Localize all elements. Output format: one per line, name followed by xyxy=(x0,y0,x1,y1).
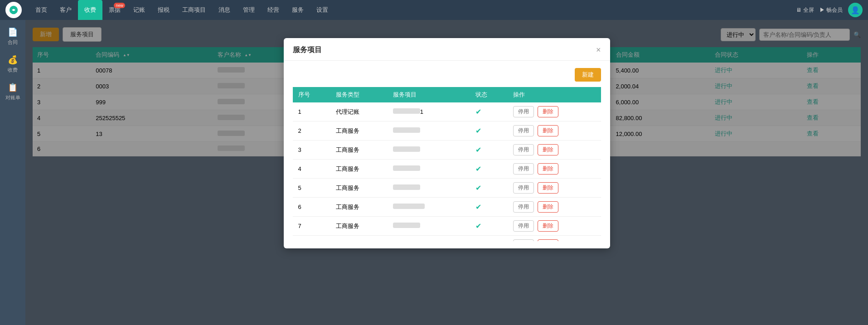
modal-table-row: 6 工商服务 ✔ 停用 删除 xyxy=(293,198,601,217)
modal-col-no: 序号 xyxy=(293,87,330,102)
sidebar-label-duizhang: 对账单 xyxy=(5,94,20,101)
app-logo xyxy=(5,2,22,18)
stop-btn[interactable]: 停用 xyxy=(513,220,534,232)
modal-cell-ops[interactable]: 停用 删除 xyxy=(508,179,601,198)
sidebar-item-shoufe[interactable]: 💰 收费 xyxy=(1,51,24,77)
modal-cell-type: 工商服务 xyxy=(330,217,388,236)
nav-manage[interactable]: 管理 xyxy=(237,0,261,20)
stop-btn[interactable]: 停用 xyxy=(513,239,534,241)
nav-baoshui[interactable]: 报税 xyxy=(151,0,176,20)
modal-cell-item xyxy=(388,217,470,236)
modal-cell-no: 8 xyxy=(293,236,330,242)
modal-cell-status: ✔ xyxy=(470,198,508,217)
sidebar-item-hetong[interactable]: 📄 合同 xyxy=(1,24,24,49)
modal-cell-type: 工商服务 xyxy=(330,236,388,242)
modal-cell-status: ✔ xyxy=(470,236,508,242)
modal-cell-item xyxy=(388,121,470,141)
modal-cell-type: 工商服务 xyxy=(330,121,388,141)
sidebar: 📄 合同 💰 收费 📋 对账单 xyxy=(0,20,25,325)
sidebar-label-hetong: 合同 xyxy=(8,39,18,46)
modal-col-type: 服务类型 xyxy=(330,87,388,102)
modal-cell-type: 工商服务 xyxy=(330,141,388,160)
modal-cell-status: ✔ xyxy=(470,141,508,160)
modal-col-op: 操作 xyxy=(508,87,601,102)
modal-cell-no: 2 xyxy=(293,121,330,141)
delete-btn[interactable]: 删除 xyxy=(538,182,558,194)
new-badge: new xyxy=(114,3,125,8)
modal-col-item: 服务项目 xyxy=(388,87,470,102)
modal-cell-ops[interactable]: 停用 删除 xyxy=(508,198,601,217)
content-area: 新增 服务项目 进行中 已完成 全部 🔍 序号 合同编码 ▲▼ 客户名称 ▲▼ … xyxy=(25,20,868,325)
modal-cell-type: 工商服务 xyxy=(330,160,388,179)
modal-table-wrap: 序号 服务类型 服务项目 状态 操作 1 代理记账 1 ✔ 停用 删 xyxy=(293,87,601,241)
modal-cell-ops[interactable]: 停用 删除 xyxy=(508,217,601,236)
vip-btn[interactable]: ▶ 畅会员 xyxy=(820,6,843,14)
modal-cell-type: 工商服务 xyxy=(330,179,388,198)
modal-cell-type: 工商服务 xyxy=(330,198,388,217)
modal-table-row: 3 工商服务 ✔ 停用 删除 xyxy=(293,141,601,160)
service-table: 序号 服务类型 服务项目 状态 操作 1 代理记账 1 ✔ 停用 删 xyxy=(293,87,601,241)
avatar[interactable]: 👤 xyxy=(848,3,863,17)
modal-new-btn[interactable]: 新建 xyxy=(575,68,601,82)
contract-icon: 📄 xyxy=(8,27,18,37)
delete-btn[interactable]: 删除 xyxy=(538,220,558,232)
modal-cell-ops[interactable]: 停用 删除 xyxy=(508,102,601,121)
stop-btn[interactable]: 停用 xyxy=(513,106,534,117)
stop-btn[interactable]: 停用 xyxy=(513,163,534,175)
modal-cell-item: 1 xyxy=(388,102,470,121)
modal-table-row: 1 代理记账 1 ✔ 停用 删除 xyxy=(293,102,601,121)
modal-cell-status: ✔ xyxy=(470,179,508,198)
nav-client[interactable]: 客户 xyxy=(53,0,78,20)
delete-btn[interactable]: 删除 xyxy=(538,201,558,213)
main-layout: 📄 合同 💰 收费 📋 对账单 新增 服务项目 进行中 已完成 全部 🔍 xyxy=(0,20,868,325)
modal-col-status: 状态 xyxy=(470,87,508,102)
nav-gongshang[interactable]: 工商项目 xyxy=(176,0,212,20)
delete-btn[interactable]: 删除 xyxy=(538,106,558,117)
statement-icon: 📋 xyxy=(8,82,18,92)
service-modal: 服务项目 × 新建 序号 服务类型 xyxy=(284,38,610,248)
modal-cell-no: 4 xyxy=(293,160,330,179)
delete-btn[interactable]: 删除 xyxy=(538,125,558,136)
nav-message[interactable]: 消息 xyxy=(212,0,237,20)
modal-cell-item xyxy=(388,141,470,160)
delete-btn[interactable]: 删除 xyxy=(538,239,558,241)
nav-shoufe[interactable]: 收费 xyxy=(78,0,102,20)
fullscreen-btn[interactable]: 🖥 全屏 xyxy=(796,6,814,14)
modal-table-row: 4 工商服务 ✔ 停用 删除 xyxy=(293,160,601,179)
stop-btn[interactable]: 停用 xyxy=(513,144,534,155)
nav-jizh[interactable]: 记账 xyxy=(127,0,151,20)
modal-cell-ops[interactable]: 停用 删除 xyxy=(508,160,601,179)
modal-cell-status: ✔ xyxy=(470,121,508,141)
modal-cell-ops[interactable]: 停用 删除 xyxy=(508,121,601,141)
modal-cell-item xyxy=(388,179,470,198)
right-actions: 🖥 全屏 ▶ 畅会员 👤 xyxy=(796,3,863,17)
modal-cell-status: ✔ xyxy=(470,102,508,121)
modal-title: 服务项目 xyxy=(293,45,322,55)
modal-cell-ops[interactable]: 停用 删除 xyxy=(508,236,601,242)
sidebar-label-shoufe: 收费 xyxy=(8,67,18,73)
modal-cell-no: 7 xyxy=(293,217,330,236)
nav-piaoju[interactable]: 票据 new xyxy=(102,0,127,20)
modal-header: 服务项目 × xyxy=(284,38,610,61)
modal-cell-ops[interactable]: 停用 删除 xyxy=(508,141,601,160)
stop-btn[interactable]: 停用 xyxy=(513,201,534,213)
nav-home[interactable]: 首页 xyxy=(29,0,53,20)
modal-cell-item xyxy=(388,160,470,179)
nav-service[interactable]: 服务 xyxy=(286,0,310,20)
stop-btn[interactable]: 停用 xyxy=(513,182,534,194)
nav-settings[interactable]: 设置 xyxy=(310,0,335,20)
modal-cell-status: ✔ xyxy=(470,160,508,179)
modal-toolbar: 新建 xyxy=(293,68,601,82)
modal-table-row: 2 工商服务 ✔ 停用 删除 xyxy=(293,121,601,141)
delete-btn[interactable]: 删除 xyxy=(538,163,558,175)
modal-table-row: 7 工商服务 ✔ 停用 删除 xyxy=(293,217,601,236)
modal-cell-no: 6 xyxy=(293,198,330,217)
sidebar-item-duizhang[interactable]: 📋 对账单 xyxy=(1,79,24,105)
modal-close-btn[interactable]: × xyxy=(596,45,601,55)
modal-cell-item: 注册 xyxy=(388,236,470,242)
delete-btn[interactable]: 删除 xyxy=(538,144,558,155)
modal-cell-item xyxy=(388,198,470,217)
stop-btn[interactable]: 停用 xyxy=(513,125,534,136)
nav-jingying[interactable]: 经营 xyxy=(261,0,286,20)
modal-table-scroll[interactable]: 序号 服务类型 服务项目 状态 操作 1 代理记账 1 ✔ 停用 删 xyxy=(293,87,601,241)
